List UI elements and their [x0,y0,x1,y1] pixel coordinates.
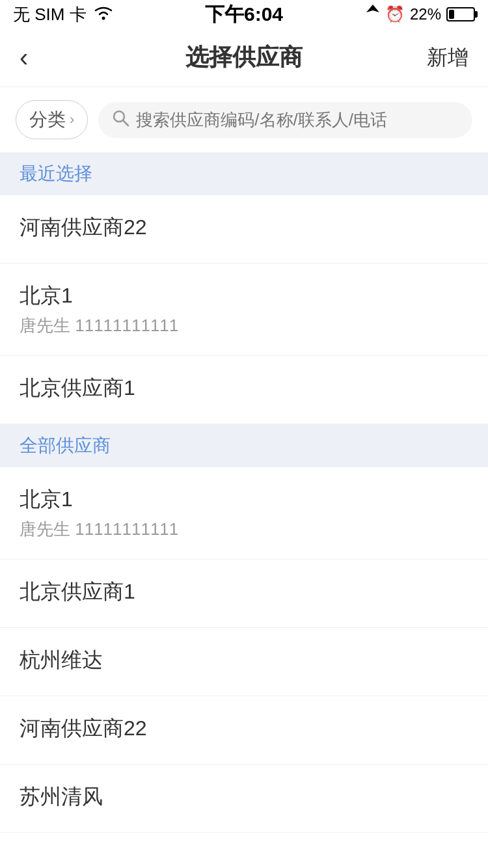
all-list-item[interactable]: 苏州清风 [0,765,488,833]
all-list: 北京1唐先生 11111111111北京供应商1杭州维达河南供应商22苏州清风 [0,467,488,833]
recent-section-header: 最近选择 [0,152,488,195]
all-list-item[interactable]: 杭州维达 [0,628,488,696]
item-name: 北京供应商1 [20,578,468,606]
back-button[interactable]: ‹ [20,43,72,72]
svg-line-2 [123,120,128,126]
status-time: 下午6:04 [205,1,283,28]
recent-list-item[interactable]: 北京1唐先生 11111111111 [0,264,488,356]
svg-point-0 [102,16,105,20]
search-input[interactable] [136,110,459,130]
all-section-label: 全部供应商 [20,435,111,455]
status-right: ⏰ 22% [366,4,475,25]
item-name: 杭州维达 [20,646,468,675]
status-left: 无 SIM 卡 [13,3,115,26]
item-name: 北京1 [20,282,468,310]
all-list-item[interactable]: 北京1唐先生 11111111111 [0,467,488,560]
chevron-right-icon: › [70,111,74,128]
sim-status: 无 SIM 卡 [13,3,87,26]
search-bar: 分类 › [0,87,488,152]
category-label: 分类 [29,107,66,132]
search-icon [111,109,129,131]
item-sub: 唐先生 11111111111 [20,314,468,337]
battery-percent: 22% [410,5,441,23]
category-button[interactable]: 分类 › [16,100,88,139]
alarm-icon: ⏰ [385,5,405,23]
status-bar: 无 SIM 卡 下午6:04 ⏰ 22% [0,0,488,29]
item-name: 河南供应商22 [20,714,468,743]
item-name: 河南供应商22 [20,213,468,242]
item-name: 北京供应商1 [20,374,468,403]
recent-list-item[interactable]: 北京供应商1 [0,356,488,424]
recent-list-item[interactable]: 河南供应商22 [0,195,488,264]
add-button[interactable]: 新增 [416,44,468,72]
search-input-wrap [98,102,472,138]
item-name: 苏州清风 [20,783,468,811]
item-name: 北京1 [20,485,468,514]
battery-icon [446,7,475,21]
recent-section-label: 最近选择 [20,163,92,183]
wifi-icon [92,4,115,25]
item-sub: 唐先生 11111111111 [20,518,468,541]
all-section-header: 全部供应商 [0,424,488,467]
location-icon [366,4,380,25]
nav-bar: ‹ 选择供应商 新增 [0,29,488,87]
all-list-item[interactable]: 北京供应商1 [0,560,488,628]
all-list-item[interactable]: 河南供应商22 [0,696,488,765]
recent-list: 河南供应商22北京1唐先生 11111111111北京供应商1 [0,195,488,424]
page-title: 选择供应商 [185,42,303,74]
